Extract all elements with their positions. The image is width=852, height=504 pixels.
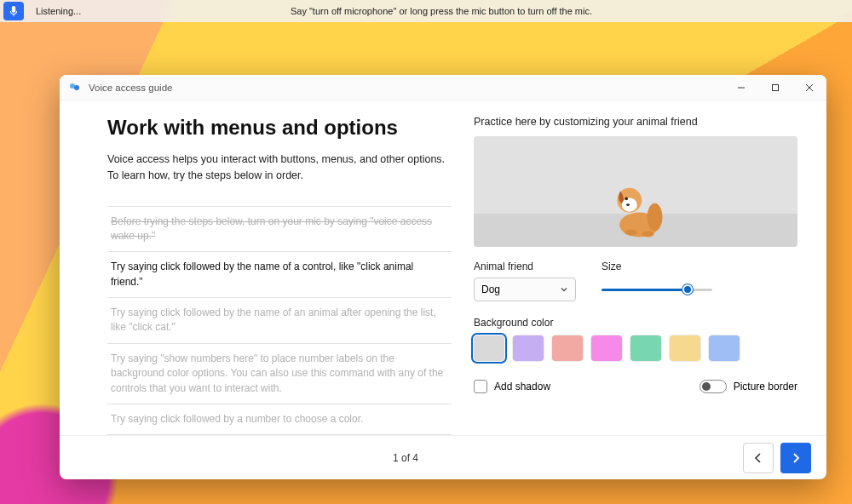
chevron-right-icon	[790, 452, 802, 464]
animal-preview	[474, 136, 797, 247]
toggle-knob	[702, 382, 711, 391]
picture-border-label: Picture border	[734, 381, 797, 392]
practice-title: Practice here by customizing your animal…	[474, 116, 797, 128]
color-swatch[interactable]	[513, 335, 544, 361]
chevron-left-icon	[752, 452, 764, 464]
background-color-swatches	[474, 335, 797, 361]
svg-point-8	[625, 198, 628, 201]
app-icon	[68, 81, 82, 94]
voice-access-guide-window: Voice access guide Work with menus and o…	[60, 75, 826, 479]
size-slider[interactable]	[602, 278, 712, 301]
svg-point-11	[642, 231, 653, 237]
page-indicator: 1 of 4	[393, 452, 418, 464]
color-swatch[interactable]	[552, 335, 583, 361]
color-swatch[interactable]	[670, 335, 700, 361]
window-title: Voice access guide	[89, 83, 172, 93]
slider-thumb[interactable]	[682, 284, 693, 295]
animal-friend-value: Dog	[481, 284, 500, 295]
color-swatch[interactable]	[709, 335, 740, 361]
color-swatch[interactable]	[591, 335, 622, 361]
microphone-icon	[9, 5, 19, 17]
add-shadow-label: Add shadow	[494, 381, 550, 392]
color-swatch[interactable]	[630, 335, 661, 361]
guide-step: Try saying click followed by a number to…	[107, 404, 452, 435]
svg-point-9	[626, 203, 630, 206]
svg-rect-3	[773, 84, 779, 90]
color-swatch[interactable]	[474, 335, 504, 361]
dog-illustration	[597, 163, 674, 240]
guide-panel: Work with menus and options Voice access…	[60, 100, 474, 435]
guide-step: Before trying the steps below, turn on y…	[107, 207, 452, 253]
animal-friend-label: Animal friend	[474, 261, 576, 272]
voice-status-text: Listening...	[36, 6, 81, 16]
slider-fill	[602, 289, 688, 291]
add-shadow-checkbox[interactable]	[474, 380, 487, 393]
voice-access-bar: Listening... Say "turn off microphone" o…	[0, 0, 852, 22]
guide-step: Try saying "show numbers here" to place …	[107, 344, 452, 404]
background-color-label: Background color	[474, 317, 797, 329]
guide-intro: Voice access helps you interact with but…	[107, 152, 448, 184]
animal-friend-select[interactable]: Dog	[474, 278, 576, 301]
svg-point-5	[648, 203, 663, 231]
practice-panel: Practice here by customizing your animal…	[474, 100, 826, 435]
minimize-icon	[737, 83, 746, 92]
close-icon	[805, 83, 814, 92]
microphone-button[interactable]	[3, 2, 24, 20]
guide-step: Try saying click followed by the name of…	[107, 252, 452, 298]
maximize-icon	[771, 83, 780, 92]
previous-button[interactable]	[743, 443, 774, 473]
svg-rect-0	[12, 6, 15, 13]
chevron-down-icon	[560, 285, 568, 294]
window-minimize-button[interactable]	[724, 75, 758, 100]
guide-heading: Work with menus and options	[107, 116, 452, 140]
guide-step: Try saying click followed by the name of…	[107, 298, 452, 344]
size-label: Size	[602, 261, 712, 272]
picture-border-toggle[interactable]	[699, 380, 727, 393]
window-titlebar: Voice access guide	[60, 75, 826, 100]
next-button[interactable]	[780, 443, 811, 473]
guide-step-list: Before trying the steps below, turn on y…	[107, 206, 452, 436]
svg-point-10	[625, 229, 636, 235]
window-maximize-button[interactable]	[758, 75, 792, 100]
footer: 1 of 4	[60, 435, 826, 479]
desktop-background: Listening... Say "turn off microphone" o…	[0, 0, 852, 504]
voice-hint-text: Say "turn off microphone" or long press …	[291, 6, 592, 16]
window-close-button[interactable]	[792, 75, 826, 100]
svg-point-2	[74, 85, 79, 90]
